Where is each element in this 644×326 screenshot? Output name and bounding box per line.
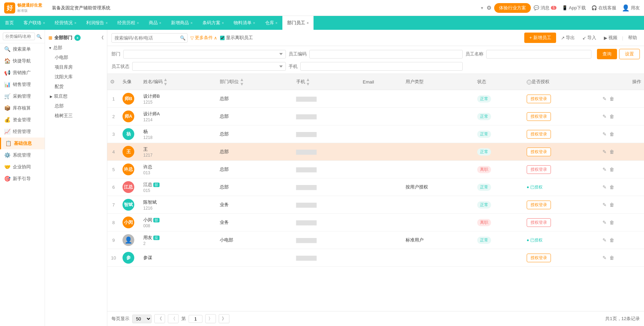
tab-customer[interactable]: 客户联络 × <box>19 16 50 30</box>
tab-close-bom[interactable]: × <box>253 21 255 25</box>
tab-barcode[interactable]: 条码方案 × <box>198 16 229 30</box>
tab-close-employees[interactable]: × <box>307 21 309 25</box>
edit-icon[interactable]: ✎ <box>602 149 607 155</box>
app-download-btn[interactable]: 📱 App下载 <box>562 5 586 11</box>
delete-icon[interactable]: 🗑 <box>609 220 614 225</box>
tab-history[interactable]: 经营历程 × <box>112 16 144 30</box>
edit-icon[interactable]: ✎ <box>602 202 607 208</box>
delete-icon[interactable]: 🗑 <box>609 255 614 261</box>
tab-close-customer[interactable]: × <box>43 21 45 25</box>
user-btn[interactable]: 👤 用友 <box>622 4 640 12</box>
auth-btn[interactable]: 授权登录 <box>527 148 551 156</box>
tab-home[interactable]: 首页 <box>0 16 19 30</box>
edit-icon[interactable]: ✎ <box>602 237 607 243</box>
dept-item-shuangzhuang[interactable]: ▶ 双庄想 <box>45 91 107 101</box>
search-icon-btn[interactable]: 🔍 <box>180 35 185 41</box>
tab-bom[interactable]: 物料清单 × <box>229 16 260 30</box>
dept-item-delivery[interactable]: 配货 <box>45 82 107 91</box>
dept-item-small-elec[interactable]: 小电部 <box>45 53 107 62</box>
sidebar-search-input[interactable] <box>3 33 35 40</box>
dept-item-project-store[interactable]: 项目库房 <box>45 62 107 72</box>
import-btn[interactable]: ↙ 导入 <box>580 33 599 43</box>
sidebar-item-inventory[interactable]: 📦库存核算 <box>0 102 45 114</box>
edit-icon[interactable]: ✎ <box>602 184 607 190</box>
next-page-btn[interactable]: 〉 <box>205 314 216 323</box>
trial-btn[interactable]: 体验行业方案 <box>494 3 531 13</box>
tab-close-profit[interactable]: × <box>106 21 108 25</box>
tab-employees[interactable]: 部门员工 × <box>282 16 314 30</box>
dept-item-planting[interactable]: 植树王三 <box>45 111 107 121</box>
filter-phone-input[interactable] <box>300 62 463 71</box>
edit-icon[interactable]: ✎ <box>602 131 607 137</box>
search-input[interactable] <box>111 33 188 43</box>
auth-btn[interactable]: 授权登录 <box>527 165 551 174</box>
system-dropdown-arrow[interactable]: ▼ <box>480 6 484 10</box>
tab-new-goods[interactable]: 新增商品 × <box>166 16 197 30</box>
page-input[interactable] <box>189 315 202 323</box>
tab-close-operation[interactable]: × <box>74 21 76 25</box>
edit-icon[interactable]: ✎ <box>602 220 607 225</box>
query-btn[interactable]: 查询 <box>597 49 617 59</box>
add-employee-btn[interactable]: + 新增员工 <box>524 33 556 43</box>
delete-icon[interactable]: 🗑 <box>609 167 614 172</box>
tab-close-goods[interactable]: × <box>159 21 161 25</box>
sidebar-item-business[interactable]: 📈经营管理 <box>0 126 45 138</box>
tab-warehouse[interactable]: 仓库 × <box>260 16 282 30</box>
message-btn[interactable]: 💬 消息 5 <box>534 5 556 11</box>
more-filter-btn[interactable]: ▽ 更多条件 ∧ <box>190 35 217 41</box>
sidebar-item-sales[interactable]: 📊销售管理 <box>0 79 45 90</box>
auth-btn[interactable]: 授权登录 <box>527 254 551 262</box>
sort-phone-btn[interactable]: 手机 ▲▼ <box>296 77 310 86</box>
edit-icon[interactable]: ✎ <box>602 96 607 102</box>
last-page-btn[interactable]: 》 <box>219 314 229 323</box>
delete-icon[interactable]: 🗑 <box>609 114 614 119</box>
tab-close-history[interactable]: × <box>137 21 139 25</box>
sidebar-item-collab[interactable]: 🤝企业协同 <box>0 161 45 173</box>
sidebar-item-marketing[interactable]: 📢营销推广 <box>0 67 45 79</box>
tab-operation[interactable]: 经营情况 × <box>50 16 81 30</box>
online-service-btn[interactable]: 🎧 在线客服 <box>591 5 616 11</box>
delete-icon[interactable]: 🗑 <box>609 184 614 190</box>
sidebar-search-icon[interactable]: 🔍 <box>36 34 42 39</box>
edit-icon[interactable]: ✎ <box>602 114 607 119</box>
auth-btn[interactable]: 授权登录 <box>527 218 551 227</box>
sidebar-item-guide[interactable]: 🎯新手引导 <box>0 173 45 185</box>
first-page-btn[interactable]: 《 <box>154 314 165 323</box>
filter-dept-select[interactable] <box>123 50 286 59</box>
show-resigned-checkbox[interactable] <box>220 36 225 40</box>
dept-collapse-btn[interactable]: 《 <box>99 35 103 41</box>
delete-icon[interactable]: 🗑 <box>609 202 614 208</box>
view-btn[interactable]: ▶ 视频 <box>601 33 620 43</box>
tab-close-warehouse[interactable]: × <box>275 21 278 25</box>
tab-close-new-goods[interactable]: × <box>190 21 192 25</box>
edit-icon[interactable]: ✎ <box>602 255 607 261</box>
export-btn[interactable]: ↗ 导出 <box>558 33 578 43</box>
dept-item-headquarters-group[interactable]: ▼ 总部 <box>45 43 107 53</box>
delete-icon[interactable]: 🗑 <box>609 237 614 243</box>
sort-dept-btn[interactable]: 部门/职位 ▲▼ <box>220 77 244 86</box>
auth-btn[interactable]: 授权登录 <box>527 201 551 209</box>
sidebar-item-system[interactable]: ⚙️系统管理 <box>0 149 45 161</box>
auth-btn[interactable]: 授权登录 <box>527 112 551 121</box>
info-icon[interactable]: ⓘ <box>527 80 532 85</box>
auth-btn[interactable]: 授权登录 <box>527 95 551 103</box>
auth-btn[interactable]: 授权登录 <box>527 130 551 139</box>
sidebar-item-finance[interactable]: 💰资金管理 <box>0 114 45 126</box>
dept-add-btn[interactable]: + <box>74 35 81 41</box>
col-settings-icon[interactable]: ⚙ <box>110 79 115 85</box>
set-btn[interactable]: 设置 <box>619 49 640 59</box>
dept-item-shenyang[interactable]: 沈阳大库 <box>45 72 107 82</box>
delete-icon[interactable]: 🗑 <box>609 149 614 155</box>
prev-page-btn[interactable]: 〈 <box>168 314 179 323</box>
help-btn[interactable]: 帮助 <box>625 33 640 43</box>
page-size-select[interactable]: 50 100 200 <box>132 315 152 323</box>
tab-profit[interactable]: 利润报告 × <box>81 16 112 30</box>
filter-emp-name-input[interactable] <box>486 50 591 59</box>
sort-name-btn[interactable]: 姓名/编码 ▲▼ <box>143 77 168 86</box>
dept-item-hq[interactable]: 总部 <box>45 101 107 111</box>
sidebar-item-purchase[interactable]: 🛒采购管理 <box>0 90 45 102</box>
settings-gear-icon[interactable]: ⚙ <box>487 5 491 11</box>
sidebar-item-basic-info[interactable]: 📋基础信息 <box>0 138 45 149</box>
show-resigned-label[interactable]: 显示离职员工 <box>220 35 253 41</box>
sidebar-item-nav[interactable]: 🏠快捷导航 <box>0 55 45 67</box>
